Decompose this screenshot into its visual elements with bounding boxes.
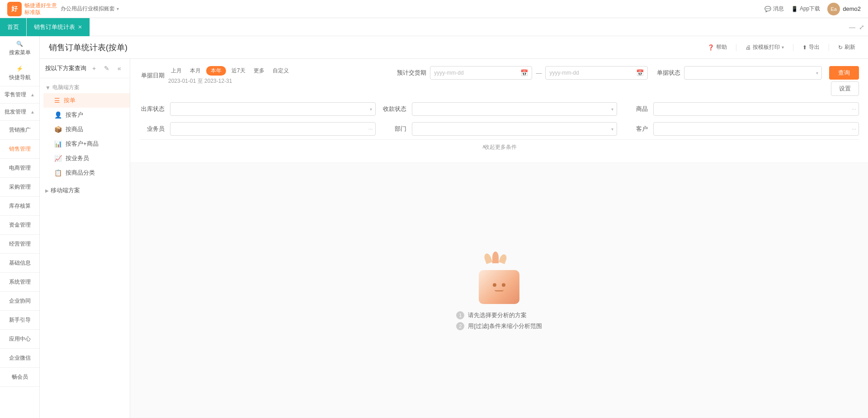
scheme-item-by-salesperson[interactable]: 📈 按业务员 [43,151,130,166]
sidebar-item-finance[interactable]: 资金管理 [0,216,39,235]
delivery-status-select[interactable] [170,102,376,116]
empty-box-body [479,270,519,304]
sidebar-item-system[interactable]: 系统管理 [0,273,39,292]
sidebar-item-newbie[interactable]: 新手引导 [0,311,39,330]
filter-row-2: 出库状态 ▾ 收款状态 ▾ 商品 ··· [139,102,859,116]
user-profile[interactable]: Ea demo2 [827,3,861,15]
action-divider-2 [793,44,793,51]
customer-input-group: ··· [653,122,859,136]
wholesale-arrow: ▲ [30,109,35,114]
scheme-add-button[interactable]: + [89,63,99,73]
product-input-group: ··· [653,102,859,116]
customer-input[interactable] [653,122,859,136]
date-shortcuts-row: 上月 本月 本年 近7天 更多 自定义 [168,66,390,76]
action-divider-3 [829,44,829,51]
salesperson-more-icon[interactable]: ··· [368,126,373,132]
base-label: 基础信息 [9,259,31,267]
logo-area: 好 畅捷通好生意 标准版 [7,2,57,16]
sidebar-item-enterprise[interactable]: 企业协同 [0,292,39,311]
sidebar-search-menu[interactable]: 🔍 搜索菜单 [0,36,39,61]
sidebar-item-appcenter[interactable]: 应用中心 [0,330,39,349]
sidebar-item-inventory[interactable]: 库存核算 [0,197,39,216]
sidebar-item-marketing[interactable]: 营销推广 [0,121,39,140]
action-divider-1 [736,44,736,51]
date-shortcut-custom[interactable]: 自定义 [270,66,292,76]
system-label: 系统管理 [9,278,31,286]
member-label: 畅会员 [12,373,28,381]
date-shortcut-7days[interactable]: 近7天 [229,66,248,76]
tab-home[interactable]: 首页 [0,18,27,36]
date-shortcut-this-year[interactable]: 本年 [206,66,226,76]
message-icon: 💬 [764,6,771,12]
sidebar-item-wholesale[interactable]: 批发管理 ▲ [0,104,39,121]
scheme-item-by-product[interactable]: 📦 按商品 [43,122,130,137]
date-shortcut-this-month[interactable]: 本月 [187,66,203,76]
refresh-button[interactable]: ↻ 刷新 [835,42,859,53]
scheme-edit-button[interactable]: ✎ [102,63,112,73]
customer-label: 客户 [623,125,648,133]
breadcrumb-dropdown[interactable]: ▾ [117,6,119,11]
sidebar-item-retail[interactable]: 零售管理 ▲ [0,86,39,104]
sidebar-item-sales[interactable]: 销售管理 [0,140,39,159]
salesperson-input[interactable] [170,122,376,136]
tabbar-right: — ⤢ [849,24,868,31]
app-download-button[interactable]: 📱 App下载 [791,5,820,13]
tab-maximize-icon[interactable]: ⤢ [859,24,864,31]
empty-mouth [495,290,504,291]
customer-more-icon[interactable]: ··· [852,126,856,132]
query-button[interactable]: 查询 [829,66,859,80]
sidebar-item-wechat[interactable]: 企业微信 [0,349,39,368]
empty-eye-left [493,283,496,287]
calendar-start-icon: 📅 [520,69,528,76]
main-area: 🔍 搜索菜单 ⚡ 快捷导航 零售管理 ▲ 批发管理 ▲ 营销推广 销售管理 电商… [0,36,868,418]
content-panel: 按以下方案查询 + ✎ « ▼ 电脑端方案 ☰ 按 [40,59,868,418]
date-shortcut-last-month[interactable]: 上月 [168,66,184,76]
sidebar-item-ecommerce[interactable]: 电商管理 [0,159,39,178]
sidebar-quick-nav[interactable]: ⚡ 快捷导航 [0,61,39,86]
payment-status-select[interactable] [412,102,618,116]
date-shortcut-more[interactable]: 更多 [251,66,267,76]
tab-sales-stats[interactable]: 销售订单统计表 ✕ [27,18,90,36]
retail-label: 零售管理 [5,91,26,99]
tab-minimize-icon[interactable]: — [849,24,855,31]
export-button[interactable]: ⬆ 导出 [799,42,823,53]
scheme-section-pc-title[interactable]: ▼ 电脑端方案 [40,82,130,93]
doc-status-select[interactable] [684,66,822,80]
purchase-label: 采购管理 [9,183,31,191]
sidebar-item-purchase[interactable]: 采购管理 [0,178,39,197]
scheme-item-by-customer[interactable]: 👤 按客户 [43,108,130,122]
product-more-icon[interactable]: ··· [852,106,856,112]
scheme-collapse-button[interactable]: « [114,63,124,73]
calendar-end-icon: 📅 [636,69,644,76]
topbar: 好 畅捷通好生意 标准版 办公用品行业模拟账套 ▾ 💬 消息 📱 App下载 E… [0,0,868,18]
wholesale-label: 批发管理 [5,108,26,116]
expected-date-start[interactable]: yyyy-mm-dd 📅 [430,66,532,80]
doc-status-select-wrapper: ▾ [684,66,822,80]
salesperson-label: 业务员 [139,125,165,133]
scheme-panel-actions: + ✎ « [89,63,124,73]
scheme-item-by-order[interactable]: ☰ 按单 [43,93,130,108]
delivery-status-select-wrapper: ▾ [170,102,376,116]
date-picker-area: 上月 本月 本年 近7天 更多 自定义 2023-01-01 至 2023-12… [168,66,390,85]
scheme-item-by-category[interactable]: 📋 按商品分类 [43,166,130,180]
scheme-item-by-cust-prod[interactable]: 📊 按客户+商品 [43,137,130,151]
expected-date-end[interactable]: yyyy-mm-dd 📅 [545,66,647,80]
collapse-filters-button[interactable]: ∧ 收起更多条件 [139,139,859,155]
sidebar-item-operations[interactable]: 经营管理 [0,235,39,254]
doc-status-label: 单据状态 [655,69,680,77]
sidebar-item-member[interactable]: 畅会员 [0,368,39,387]
help-button[interactable]: ❓ 帮助 [704,42,731,53]
tab-close-icon[interactable]: ✕ [78,24,82,30]
empty-hint-2: 2 用[过滤]条件来缩小分析范围 [456,322,542,330]
salesperson-icon: 📈 [54,155,62,162]
settings-button[interactable]: 设置 [831,81,859,96]
message-button[interactable]: 💬 消息 [764,5,784,13]
scheme-panel-header: 按以下方案查询 + ✎ « [40,59,130,78]
product-input[interactable] [653,102,859,116]
scheme-section-mobile[interactable]: ▶ 移动端方案 [40,184,130,197]
template-print-button[interactable]: 🖨 按模板打印 ▾ [742,42,788,53]
empty-hint-1: 1 请先选择要分析的方案 [456,311,542,319]
department-select[interactable] [412,122,618,136]
topbar-right: 💬 消息 📱 App下载 Ea demo2 [764,3,861,15]
sidebar-item-base[interactable]: 基础信息 [0,254,39,273]
